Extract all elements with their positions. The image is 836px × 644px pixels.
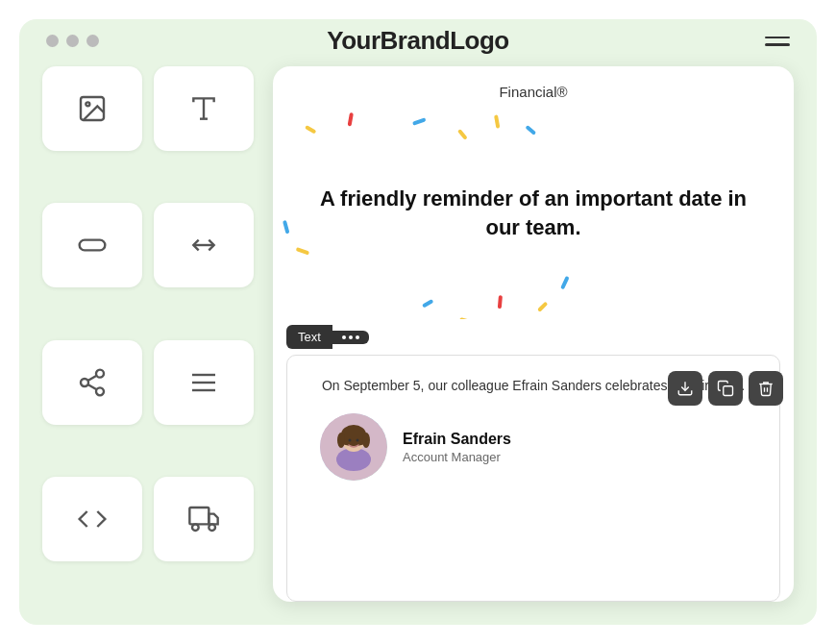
svg-point-16 bbox=[209, 524, 215, 531]
text-badge[interactable]: Text bbox=[286, 325, 332, 349]
svg-rect-19 bbox=[412, 117, 427, 126]
copy-icon bbox=[717, 380, 734, 397]
align-icon bbox=[188, 367, 219, 398]
svg-point-39 bbox=[349, 439, 352, 442]
svg-rect-27 bbox=[498, 295, 503, 309]
app-window: YourBrandLogo bbox=[19, 19, 817, 625]
svg-rect-17 bbox=[305, 125, 316, 134]
svg-point-15 bbox=[192, 524, 199, 531]
text-icon bbox=[188, 93, 219, 124]
button-icon bbox=[77, 230, 108, 260]
dot-c bbox=[356, 335, 359, 339]
download-icon bbox=[676, 380, 694, 397]
brand-logo: YourBrandLogo bbox=[327, 26, 508, 56]
dot-a bbox=[342, 335, 346, 339]
svg-rect-28 bbox=[537, 302, 548, 312]
text-badge-label: Text bbox=[298, 330, 321, 344]
svg-rect-21 bbox=[494, 114, 500, 128]
svg-point-8 bbox=[96, 387, 104, 395]
svg-rect-18 bbox=[348, 112, 354, 126]
profile-info: Efrain Sanders Account Manager bbox=[403, 431, 511, 464]
card-header: Financial® bbox=[273, 66, 794, 108]
svg-rect-25 bbox=[422, 299, 433, 308]
share-icon bbox=[77, 367, 108, 398]
divider-icon bbox=[188, 230, 219, 260]
dot-2 bbox=[66, 35, 79, 47]
avatar bbox=[320, 413, 387, 481]
copy-button[interactable] bbox=[708, 371, 743, 406]
align-tool[interactable] bbox=[154, 340, 254, 425]
profile-title: Account Manager bbox=[403, 450, 511, 464]
svg-point-37 bbox=[362, 433, 370, 448]
svg-rect-4 bbox=[80, 240, 106, 251]
preview-card: Financial® bbox=[273, 66, 794, 602]
svg-line-10 bbox=[87, 375, 96, 380]
dot-b bbox=[349, 335, 353, 339]
svg-rect-29 bbox=[560, 276, 570, 289]
image-icon bbox=[77, 93, 108, 124]
trash-icon bbox=[757, 380, 775, 397]
dots-badge[interactable] bbox=[332, 331, 369, 344]
divider-tool[interactable] bbox=[154, 203, 254, 287]
svg-point-7 bbox=[81, 379, 88, 386]
svg-line-9 bbox=[87, 384, 96, 389]
avatar-image bbox=[320, 413, 387, 481]
dot-3 bbox=[86, 35, 99, 47]
confetti-area: A friendly reminder of an important date… bbox=[273, 108, 794, 319]
profile-row: Efrain Sanders Account Manager bbox=[310, 413, 756, 481]
delete-button[interactable] bbox=[749, 371, 783, 406]
dot-1 bbox=[46, 35, 59, 47]
window-dots bbox=[46, 35, 99, 47]
share-tool[interactable] bbox=[42, 340, 142, 425]
svg-point-6 bbox=[96, 369, 104, 377]
code-icon bbox=[77, 504, 108, 534]
text-tool[interactable] bbox=[154, 66, 254, 151]
headline: A friendly reminder of an important date… bbox=[273, 185, 794, 241]
svg-rect-31 bbox=[724, 386, 733, 396]
top-bar: YourBrandLogo bbox=[19, 19, 817, 57]
svg-point-1 bbox=[86, 102, 89, 106]
code-tool[interactable] bbox=[42, 477, 142, 561]
svg-point-38 bbox=[337, 433, 345, 448]
svg-rect-14 bbox=[189, 508, 209, 524]
hamburger-menu[interactable] bbox=[765, 37, 790, 46]
svg-rect-26 bbox=[459, 317, 474, 319]
profile-name: Efrain Sanders bbox=[403, 431, 511, 448]
ship-tool[interactable] bbox=[154, 477, 254, 561]
svg-rect-22 bbox=[525, 125, 536, 136]
action-icons bbox=[668, 371, 783, 406]
svg-point-40 bbox=[357, 439, 359, 442]
text-badge-row: Text bbox=[273, 319, 794, 355]
svg-rect-24 bbox=[296, 247, 310, 256]
main-content: Financial® bbox=[19, 57, 817, 625]
button-tool[interactable] bbox=[42, 203, 142, 287]
image-tool[interactable] bbox=[42, 66, 142, 151]
svg-rect-20 bbox=[457, 129, 468, 140]
toolbar bbox=[42, 66, 254, 602]
ship-icon bbox=[188, 504, 219, 534]
download-button[interactable] bbox=[668, 371, 702, 406]
content-block: On September 5, our colleague Efrain San… bbox=[286, 355, 780, 602]
